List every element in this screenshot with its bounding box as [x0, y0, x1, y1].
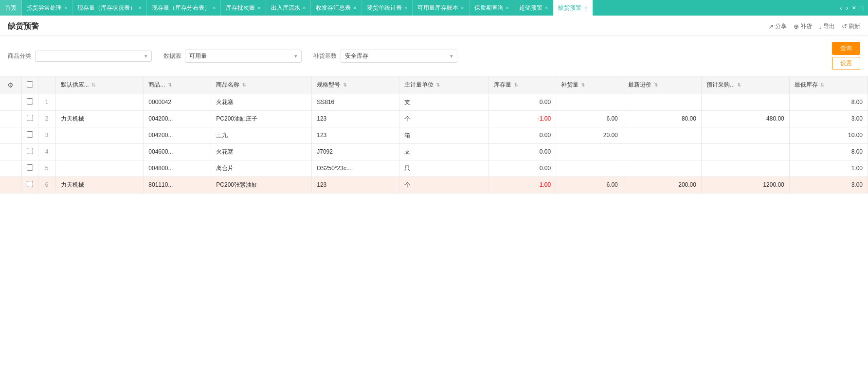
- tab-prev-btn[interactable]: ‹: [838, 0, 844, 16]
- tab-inventory-dist-close[interactable]: ×: [213, 5, 216, 11]
- col-replenish-qty: 补货量 ⇅: [556, 76, 623, 94]
- row-num-4: 5: [38, 160, 55, 176]
- row-supplier-0: [55, 94, 144, 110]
- row-select-checkbox-5[interactable]: [27, 181, 33, 187]
- row-product-name-0: 火花塞: [211, 94, 312, 110]
- row-unit-2: 箱: [399, 127, 489, 143]
- row-supplier-3: [55, 143, 144, 160]
- col-product-name: 商品名称 ⇅: [211, 76, 312, 94]
- data-table: ⚙ 默认供应... ⇅ 商品... ⇅ 商品名称: [0, 76, 868, 194]
- tab-inout-flow[interactable]: 出入库流水 ×: [266, 0, 311, 16]
- share-action[interactable]: ↗ 分享: [768, 22, 787, 31]
- tab-available-ledger-close[interactable]: ×: [461, 5, 464, 11]
- export-action[interactable]: ↓ 导出: [819, 22, 835, 31]
- col-rownum: [38, 76, 55, 94]
- tab-req-stats-close[interactable]: ×: [404, 5, 407, 11]
- tab-shortage-warning[interactable]: 缺货预警 ×: [553, 0, 592, 16]
- tab-available-ledger[interactable]: 可用量库存账本 ×: [413, 0, 469, 16]
- row-unit-5: 个: [399, 176, 489, 193]
- latest-price-sort-icon[interactable]: ⇅: [654, 82, 658, 88]
- tab-batch-account-label: 库存批次账: [226, 4, 255, 12]
- table-row: 6 力天机械 801110... PC200张紧油缸 123 个 -1.00 6…: [0, 176, 868, 193]
- tab-inventory-status[interactable]: 现存量（库存状况表） ×: [72, 0, 146, 16]
- gear-icon[interactable]: ⚙: [7, 81, 14, 89]
- row-settings-5: [0, 176, 21, 193]
- row-select-checkbox-2[interactable]: [27, 131, 33, 138]
- row-checkbox-3[interactable]: [21, 143, 38, 160]
- product-name-sort-icon[interactable]: ⇅: [242, 82, 246, 88]
- tab-maximize-btn[interactable]: □: [858, 0, 866, 16]
- query-button[interactable]: 查询: [832, 42, 860, 55]
- replenish-label: 补货: [800, 22, 812, 31]
- row-product-code-2: 004200...: [144, 127, 211, 143]
- tab-expiry-query-close[interactable]: ×: [506, 5, 509, 11]
- row-stock-5: -1.00: [489, 176, 556, 193]
- row-checkbox-5[interactable]: [21, 176, 38, 193]
- spec-sort-icon[interactable]: ⇅: [343, 82, 347, 88]
- tab-home-label: 首页: [5, 4, 17, 12]
- tab-exception-close[interactable]: ×: [64, 5, 67, 11]
- category-chevron-icon: ▾: [145, 53, 147, 59]
- min-stock-sort-icon[interactable]: ⇅: [820, 82, 824, 88]
- tab-expiry-query[interactable]: 保质期查询 ×: [470, 0, 514, 16]
- tab-inventory-dist[interactable]: 现存量（库存分布表） ×: [147, 0, 221, 16]
- row-select-checkbox-3[interactable]: [27, 148, 33, 154]
- row-replenish-qty-2: 20.00: [556, 127, 623, 143]
- product-code-sort-icon[interactable]: ⇅: [168, 82, 172, 88]
- tab-batch-account-close[interactable]: ×: [257, 5, 260, 11]
- refresh-action[interactable]: ↺ 刷新: [842, 22, 860, 31]
- datasource-select[interactable]: 可用量 ▾: [185, 50, 302, 63]
- table-row: 5 004800... 离合片 DS250*23c... 只 0.00 1.00: [0, 160, 868, 176]
- tab-overstock-warning[interactable]: 超储预警 ×: [514, 0, 553, 16]
- col-settings: ⚙: [0, 76, 21, 94]
- est-purchase-sort-icon[interactable]: ⇅: [737, 82, 741, 88]
- tab-shortage-warning-close[interactable]: ×: [584, 5, 587, 11]
- row-product-code-3: 004600...: [144, 143, 211, 160]
- col-spec: 规格型号 ⇅: [312, 76, 399, 94]
- row-num-1: 2: [38, 110, 55, 127]
- row-select-checkbox-1[interactable]: [27, 115, 33, 121]
- tab-req-stats[interactable]: 要货单统计表 ×: [362, 0, 413, 16]
- supplier-sort-icon[interactable]: ⇅: [91, 82, 95, 88]
- row-min-stock-3: 8.00: [789, 143, 868, 160]
- row-settings-3: [0, 143, 21, 160]
- category-select[interactable]: ▾: [35, 51, 152, 62]
- replenish-action[interactable]: ⊕ 补货: [794, 22, 812, 31]
- row-min-stock-4: 1.00: [789, 160, 868, 176]
- row-unit-0: 支: [399, 94, 489, 110]
- row-replenish-qty-1: 6.00: [556, 110, 623, 127]
- replenish-qty-sort-icon[interactable]: ⇅: [581, 82, 585, 88]
- tab-home[interactable]: 首页: [0, 0, 22, 16]
- tab-batch-account[interactable]: 库存批次账 ×: [221, 0, 266, 16]
- row-checkbox-2[interactable]: [21, 127, 38, 143]
- tab-exception[interactable]: 拣货异常处理 ×: [22, 0, 72, 16]
- tab-available-ledger-label: 可用量库存账本: [417, 4, 458, 12]
- row-replenish-qty-3: [556, 143, 623, 160]
- replenish-base-select[interactable]: 安全库存 ▾: [341, 50, 457, 63]
- settings-button[interactable]: 设置: [832, 57, 860, 70]
- row-checkbox-4[interactable]: [21, 160, 38, 176]
- tab-receive-summary[interactable]: 收发存汇总表 ×: [311, 0, 362, 16]
- replenish-base-chevron-icon: ▾: [450, 53, 453, 59]
- row-stock-3: 0.00: [489, 143, 556, 160]
- tab-receive-summary-close[interactable]: ×: [353, 5, 356, 11]
- select-all-checkbox[interactable]: [27, 81, 33, 88]
- unit-sort-icon[interactable]: ⇅: [436, 82, 440, 88]
- row-num-3: 4: [38, 143, 55, 160]
- stock-sort-icon[interactable]: ⇅: [514, 82, 518, 88]
- row-product-name-5: PC200张紧油缸: [211, 176, 312, 193]
- tab-inventory-status-close[interactable]: ×: [138, 5, 141, 11]
- tab-overstock-warning-close[interactable]: ×: [545, 5, 548, 11]
- tab-close-all-btn[interactable]: ×: [850, 0, 858, 16]
- page-header: 缺货预警 ↗ 分享 ⊕ 补货 ↓ 导出 ↺ 刷新: [0, 16, 868, 36]
- row-checkbox-1[interactable]: [21, 110, 38, 127]
- tab-next-btn[interactable]: ›: [844, 0, 850, 16]
- row-checkbox-0[interactable]: [21, 94, 38, 110]
- filter-actions: 查询 设置: [832, 42, 860, 70]
- tab-inout-flow-close[interactable]: ×: [303, 5, 306, 11]
- row-select-checkbox-4[interactable]: [27, 164, 33, 171]
- row-product-name-2: 三九: [211, 127, 312, 143]
- export-label: 导出: [823, 22, 835, 31]
- table-header-row: ⚙ 默认供应... ⇅ 商品... ⇅ 商品名称: [0, 76, 868, 94]
- row-select-checkbox-0[interactable]: [27, 98, 33, 105]
